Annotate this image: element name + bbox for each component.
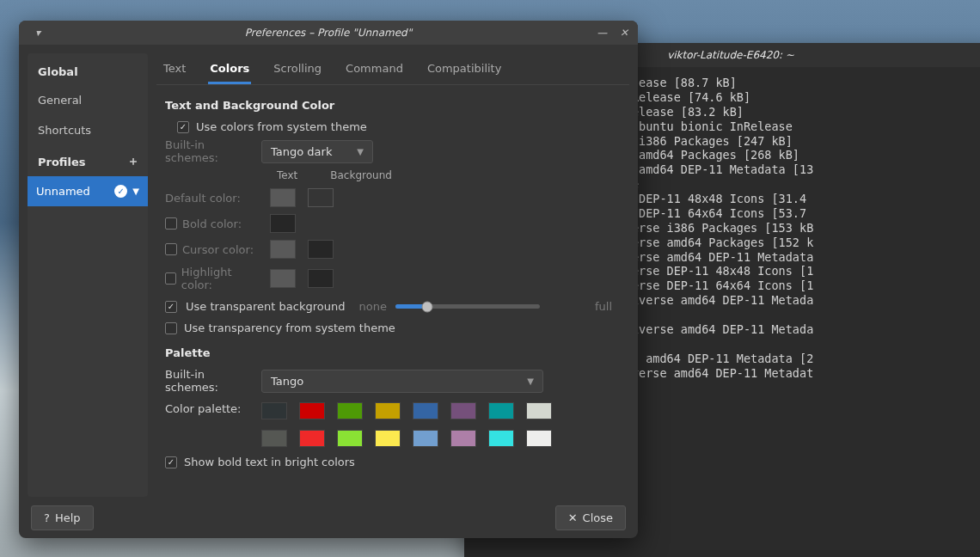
content-panel: Text Colors Scrolling Command Compatibil… <box>156 53 629 497</box>
label-use-system-colors: Use colors from system theme <box>196 120 367 133</box>
dialog-titlebar[interactable]: ▾ Preferences – Profile "Unnamed" — ✕ <box>19 21 638 45</box>
checkbox-use-system-colors[interactable] <box>177 121 189 133</box>
tab-colors[interactable]: Colors <box>208 58 251 84</box>
caret-icon: ▼ <box>527 376 534 386</box>
checkbox-transparency-theme[interactable] <box>165 322 177 334</box>
palette-swatch-14[interactable] <box>488 430 514 447</box>
palette-swatch-9[interactable] <box>299 430 325 447</box>
close-button[interactable]: ✕ Close <box>555 505 626 530</box>
transparency-slider[interactable] <box>395 304 540 309</box>
label-bold-color: Bold color: <box>182 217 242 230</box>
select-color-scheme[interactable]: Tango dark ▼ <box>261 140 373 163</box>
checkbox-bold-color[interactable] <box>165 217 177 230</box>
sidebar: Global General Shortcuts Profiles ＋ Unna… <box>28 53 148 497</box>
label-transparent-full: full <box>595 300 612 313</box>
select-palette-scheme-value: Tango <box>271 375 303 388</box>
swatch-default-bg <box>308 188 334 207</box>
sidebar-item-profile-unnamed[interactable]: Unnamed ✓ ▼ <box>28 176 148 206</box>
palette-swatch-6[interactable] <box>488 402 514 419</box>
palette-swatch-11[interactable] <box>375 430 401 447</box>
column-background: Background <box>330 169 392 181</box>
tabs: Text Colors Scrolling Command Compatibil… <box>156 53 629 85</box>
window-menu-icon[interactable]: ▾ <box>31 26 45 40</box>
close-icon[interactable]: ✕ <box>617 26 631 40</box>
swatch-highlight-text <box>270 269 296 288</box>
checkbox-cursor-color[interactable] <box>165 243 177 255</box>
palette-swatch-2[interactable] <box>337 402 363 419</box>
profile-name: Unnamed <box>36 185 90 198</box>
palette-swatch-0[interactable] <box>261 402 287 419</box>
swatch-cursor-text <box>270 240 296 259</box>
palette-swatch-1[interactable] <box>299 402 325 419</box>
sidebar-item-shortcuts[interactable]: Shortcuts <box>28 115 148 145</box>
label-highlight-color: Highlight color: <box>181 266 258 291</box>
sidebar-item-general[interactable]: General <box>28 85 148 115</box>
label-transparency-theme: Use transparency from system theme <box>184 321 395 334</box>
tab-command[interactable]: Command <box>344 58 405 84</box>
sidebar-heading-profiles: Profiles <box>38 156 86 168</box>
help-button[interactable]: ? Help <box>31 505 94 530</box>
palette-swatch-3[interactable] <box>375 402 401 419</box>
checkbox-bold-bright[interactable] <box>165 456 177 468</box>
close-x-icon: ✕ <box>568 511 578 524</box>
label-bold-bright: Show bold text in bright colors <box>184 456 355 468</box>
label-builtin-schemes: Built-in schemes: <box>165 138 254 164</box>
label-transparent-none: none <box>358 300 386 313</box>
sidebar-heading-global: Global <box>28 57 148 85</box>
label-transparent-bg: Use transparent background <box>186 300 345 313</box>
swatch-cursor-bg <box>308 240 334 259</box>
checkbox-transparent-bg[interactable] <box>165 301 177 313</box>
check-icon: ✓ <box>114 185 127 198</box>
checkbox-highlight-color[interactable] <box>165 272 176 285</box>
section-palette: Palette <box>165 346 622 359</box>
palette-swatch-5[interactable] <box>450 402 476 419</box>
select-color-scheme-value: Tango dark <box>271 145 332 158</box>
swatch-default-text <box>270 188 296 207</box>
swatch-bold-text <box>270 214 296 233</box>
palette-swatch-12[interactable] <box>413 430 438 447</box>
label-cursor-color: Cursor color: <box>182 243 254 256</box>
palette-swatch-13[interactable] <box>450 430 476 447</box>
column-text: Text <box>277 169 297 181</box>
tab-scrolling[interactable]: Scrolling <box>272 58 323 84</box>
tab-text[interactable]: Text <box>162 58 187 84</box>
label-color-palette: Color palette: <box>165 399 254 415</box>
section-text-bg: Text and Background Color <box>165 99 622 112</box>
chevron-down-icon[interactable]: ▼ <box>132 187 139 196</box>
palette-swatch-8[interactable] <box>261 430 287 447</box>
help-button-label: Help <box>55 511 81 524</box>
palette-swatch-4[interactable] <box>413 402 438 419</box>
select-palette-scheme[interactable]: Tango ▼ <box>261 370 543 393</box>
close-button-label: Close <box>583 511 613 524</box>
dialog-footer: ? Help ✕ Close <box>19 497 638 538</box>
slider-thumb[interactable] <box>421 301 432 312</box>
label-palette-builtin: Built-in schemes: <box>165 368 254 394</box>
palette-swatch-7[interactable] <box>526 402 552 419</box>
palette-swatch-10[interactable] <box>337 430 363 447</box>
help-icon: ? <box>44 511 50 524</box>
preferences-dialog: ▾ Preferences – Profile "Unnamed" — ✕ Gl… <box>19 21 638 538</box>
terminal-title: viktor-Latitude-E6420: ~ <box>667 49 794 61</box>
caret-icon: ▼ <box>357 147 364 156</box>
dialog-title: Preferences – Profile "Unnamed" <box>19 27 638 39</box>
label-default-color: Default color: <box>165 192 241 205</box>
palette-grid <box>261 402 552 447</box>
minimize-icon[interactable]: — <box>595 26 609 40</box>
swatch-highlight-bg <box>308 269 334 288</box>
tab-compatibility[interactable]: Compatibility <box>426 58 504 84</box>
palette-swatch-15[interactable] <box>526 430 552 447</box>
add-profile-icon[interactable]: ＋ <box>127 154 139 169</box>
